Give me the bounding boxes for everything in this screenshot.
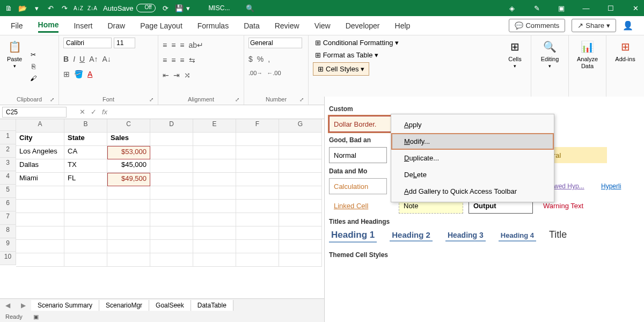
comments-button[interactable]: 💬 Comments bbox=[509, 19, 565, 32]
redo-icon[interactable]: ↷ bbox=[60, 4, 69, 12]
cell[interactable] bbox=[107, 186, 150, 200]
launcher-icon[interactable]: ⤢ bbox=[149, 97, 153, 103]
shrink-font-icon[interactable]: A↓ bbox=[102, 55, 111, 63]
tab-view[interactable]: View bbox=[314, 19, 331, 32]
cell[interactable] bbox=[236, 186, 279, 200]
align-left-icon[interactable]: ≡ bbox=[163, 56, 167, 64]
border-icon[interactable]: ⊞ bbox=[63, 70, 70, 78]
tab-insert[interactable]: Insert bbox=[74, 19, 92, 32]
share-button[interactable]: ↗ Share ▾ bbox=[572, 19, 616, 32]
row-header[interactable]: 7 bbox=[0, 211, 16, 225]
cell[interactable] bbox=[16, 240, 64, 253]
row-header[interactable]: 3 bbox=[0, 158, 16, 171]
cell[interactable] bbox=[150, 213, 193, 226]
minimize-icon[interactable]: — bbox=[582, 4, 590, 12]
style-dollar-border[interactable]: Dollar Border. bbox=[329, 116, 393, 132]
cell[interactable] bbox=[193, 213, 236, 226]
cut-icon[interactable]: ✂ bbox=[28, 50, 39, 60]
row-header[interactable]: 6 bbox=[0, 198, 16, 211]
cell[interactable]: $53,000 bbox=[107, 146, 150, 159]
cell[interactable] bbox=[236, 200, 279, 213]
font-color-icon[interactable]: A bbox=[87, 70, 92, 78]
cell[interactable] bbox=[107, 240, 150, 253]
cell[interactable]: Los Angeles bbox=[16, 146, 64, 159]
style-normal[interactable]: Normal bbox=[329, 147, 387, 163]
cell[interactable]: $49,500 bbox=[107, 173, 150, 186]
increase-decimal-icon[interactable]: .00→ bbox=[248, 70, 262, 76]
select-all-button[interactable] bbox=[0, 119, 16, 131]
align-middle-icon[interactable]: ≡ bbox=[171, 41, 175, 49]
cell[interactable] bbox=[150, 133, 193, 146]
merge-icon[interactable]: ⇆ bbox=[189, 56, 195, 64]
brush-icon[interactable]: ✎ bbox=[532, 4, 541, 12]
open-icon[interactable]: 📂 bbox=[18, 4, 27, 12]
cell[interactable] bbox=[236, 213, 279, 226]
name-box[interactable] bbox=[2, 107, 67, 118]
col-header[interactable]: B bbox=[64, 119, 107, 133]
save-icon[interactable]: 💾 bbox=[175, 4, 184, 12]
cell[interactable] bbox=[193, 226, 236, 240]
row-header[interactable]: 1 bbox=[0, 131, 16, 144]
cell[interactable]: City bbox=[16, 133, 64, 146]
cell[interactable] bbox=[236, 173, 279, 186]
dropdown-icon[interactable]: ▾ bbox=[32, 4, 41, 12]
cell[interactable] bbox=[193, 173, 236, 186]
diamond-icon[interactable]: ◈ bbox=[508, 4, 516, 12]
row-header[interactable]: 10 bbox=[0, 252, 16, 265]
cell[interactable]: TX bbox=[64, 159, 107, 173]
cell[interactable] bbox=[16, 200, 64, 213]
paste-button[interactable]: 📋 Paste ▾ bbox=[4, 38, 25, 95]
cell[interactable]: Dallas bbox=[16, 159, 64, 173]
col-header[interactable]: C bbox=[107, 119, 150, 133]
sheet-tab[interactable]: Scenario Summary bbox=[31, 300, 99, 311]
cell[interactable] bbox=[236, 146, 279, 159]
context-modify[interactable]: Modify... bbox=[391, 133, 554, 150]
col-header[interactable]: E bbox=[193, 119, 236, 133]
row-header[interactable]: 5 bbox=[0, 185, 16, 198]
bold-icon[interactable]: B bbox=[63, 55, 69, 63]
tab-formulas[interactable]: Formulas bbox=[197, 19, 229, 32]
col-header[interactable]: A bbox=[16, 119, 64, 133]
cell[interactable] bbox=[193, 253, 236, 267]
tab-review[interactable]: Review bbox=[275, 19, 299, 32]
style-heading-3[interactable]: Heading 3 bbox=[445, 230, 486, 241]
tab-data[interactable]: Data bbox=[244, 19, 260, 32]
cell[interactable] bbox=[16, 186, 64, 200]
cell[interactable]: $45,000 bbox=[107, 159, 150, 173]
row-header[interactable]: 8 bbox=[0, 225, 16, 238]
align-bottom-icon[interactable]: ≡ bbox=[180, 41, 184, 49]
format-painter-icon[interactable]: 🖌 bbox=[28, 74, 39, 83]
fx-icon[interactable]: fx bbox=[102, 108, 107, 116]
font-size-input[interactable] bbox=[114, 38, 135, 48]
cell[interactable] bbox=[279, 159, 322, 173]
macro-record-icon[interactable]: ▣ bbox=[33, 313, 39, 320]
sheet-tab[interactable]: ScenarioMgr bbox=[99, 300, 149, 311]
sheet-tab[interactable]: DataTable bbox=[191, 300, 233, 311]
style-title[interactable]: Title bbox=[549, 229, 567, 240]
cell[interactable] bbox=[64, 200, 107, 213]
cell[interactable] bbox=[193, 200, 236, 213]
cell[interactable] bbox=[16, 213, 64, 226]
search-icon[interactable]: 🔍 bbox=[246, 4, 254, 12]
currency-icon[interactable]: $ bbox=[248, 55, 253, 63]
increase-indent-icon[interactable]: ⇥ bbox=[173, 71, 180, 79]
row-header[interactable]: 9 bbox=[0, 238, 16, 252]
decrease-decimal-icon[interactable]: ←.00 bbox=[267, 70, 281, 76]
italic-icon[interactable]: I bbox=[73, 55, 75, 63]
cell[interactable] bbox=[64, 226, 107, 240]
qat-dropdown-icon[interactable]: ▾ bbox=[184, 4, 192, 12]
analyze-data-button[interactable]: 📊Analyze Data bbox=[573, 38, 602, 71]
style-heading-4[interactable]: Heading 4 bbox=[499, 230, 536, 241]
grow-font-icon[interactable]: A↑ bbox=[89, 55, 98, 63]
undo-icon[interactable]: ↶ bbox=[46, 4, 55, 12]
cell[interactable] bbox=[150, 240, 193, 253]
cell[interactable] bbox=[150, 173, 193, 186]
ribbon-display-icon[interactable]: ▣ bbox=[557, 4, 566, 12]
context-delete[interactable]: DeLete bbox=[391, 166, 554, 183]
cell[interactable] bbox=[150, 226, 193, 240]
cell[interactable] bbox=[236, 226, 279, 240]
wrap-text-icon[interactable]: ab↵ bbox=[189, 41, 204, 49]
user-icon[interactable]: 👤 bbox=[623, 20, 633, 31]
cell[interactable] bbox=[236, 240, 279, 253]
cell[interactable] bbox=[107, 213, 150, 226]
